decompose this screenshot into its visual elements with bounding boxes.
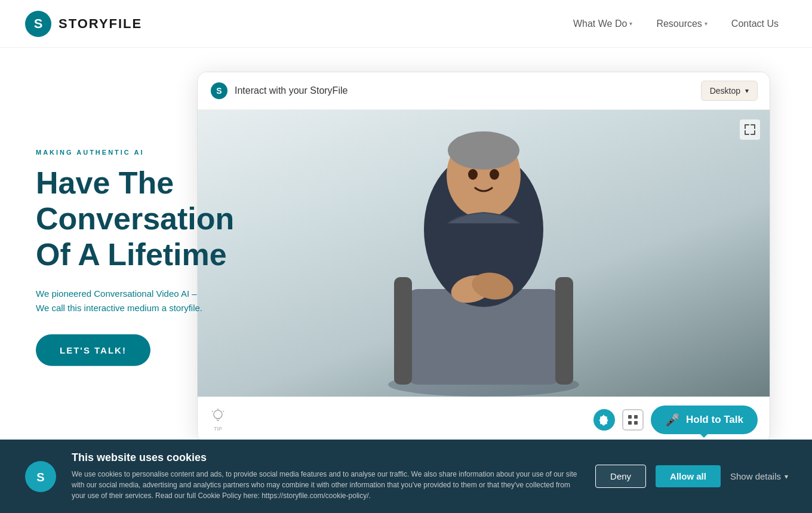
widget-logo-icon: S: [210, 81, 229, 100]
widget-video-area: [198, 110, 770, 397]
tip-label: TIP: [214, 426, 222, 432]
desktop-dropdown-button[interactable]: Desktop ▾: [701, 81, 758, 101]
microphone-icon: 🎤: [665, 413, 680, 427]
toolbar-right: 🎤 Hold to Talk: [593, 406, 758, 434]
svg-point-23: [25, 461, 56, 468]
grid-view-icon[interactable]: [622, 409, 644, 431]
svg-rect-20: [634, 415, 638, 419]
allow-all-button[interactable]: Allow all: [656, 465, 721, 467]
storyfile-widget: S Interact with your StoryFile Desktop ▾: [197, 72, 770, 443]
cookie-banner-logo: S: [24, 460, 57, 468]
svg-point-10: [448, 131, 519, 170]
main-content: MAKING AUTHENTIC AI Have The Conversatio…: [0, 48, 812, 467]
logo-text: STORYFILE: [59, 16, 142, 32]
svg-rect-7: [555, 277, 573, 385]
svg-point-11: [468, 169, 478, 180]
nav-contact-us[interactable]: Contact Us: [722, 14, 788, 34]
hold-to-talk-label: Hold to Talk: [686, 414, 743, 426]
svg-line-17: [212, 411, 213, 412]
desktop-chevron-icon: ▾: [745, 87, 749, 95]
hold-to-talk-button[interactable]: 🎤 Hold to Talk: [651, 406, 758, 434]
person-video: [358, 110, 609, 397]
header: S STORYFILE What We Do ▾ Resources ▾ Con…: [0, 0, 812, 48]
svg-point-12: [490, 169, 499, 180]
widget-header: S Interact with your StoryFile Desktop ▾: [198, 72, 770, 110]
logo[interactable]: S STORYFILE: [24, 10, 142, 38]
what-we-do-chevron-icon: ▾: [629, 20, 632, 27]
cookie-banner: S This website uses cookies We use cooki…: [0, 440, 812, 467]
nav-what-we-do[interactable]: What We Do ▾: [564, 14, 642, 34]
widget-toolbar: TIP: [198, 397, 770, 443]
svg-line-18: [223, 411, 224, 412]
svg-rect-19: [628, 415, 632, 419]
cookie-content: This website uses cookies We use cookies…: [72, 451, 581, 467]
cookie-actions: Deny Allow all Show details ▾: [595, 465, 788, 467]
svg-point-15: [214, 410, 222, 419]
resources-chevron-icon: ▾: [705, 20, 708, 27]
settings-icon[interactable]: [593, 409, 615, 431]
hero-eyebrow: MAKING AUTHENTIC AI: [36, 149, 227, 156]
svg-text:S: S: [216, 86, 222, 96]
widget-logo-area: S Interact with your StoryFile: [210, 81, 347, 100]
nav-resources[interactable]: Resources ▾: [647, 14, 716, 34]
cookie-title: This website uses cookies: [72, 451, 581, 464]
toolbar-left: TIP: [210, 408, 226, 432]
svg-rect-21: [628, 421, 632, 425]
storyfile-logo-icon: S: [24, 10, 53, 38]
svg-rect-6: [394, 277, 412, 385]
hero-text-block: MAKING AUTHENTIC AI Have The Conversatio…: [36, 149, 227, 366]
lightbulb-tip-icon: TIP: [210, 408, 226, 432]
lets-talk-button[interactable]: LET'S TALK!: [36, 334, 150, 366]
desktop-label: Desktop: [710, 86, 740, 96]
hero-title: Have The Conversation Of A Lifetime: [36, 165, 227, 272]
main-nav: What We Do ▾ Resources ▾ Contact Us: [564, 14, 788, 34]
svg-rect-22: [634, 421, 638, 425]
hero-subtitle: We pioneered Conversational Video AI – W…: [36, 287, 227, 315]
svg-text:S: S: [34, 16, 43, 31]
widget-title: Interact with your StoryFile: [235, 85, 347, 96]
expand-icon[interactable]: [740, 119, 760, 140]
deny-button[interactable]: Deny: [595, 465, 646, 467]
